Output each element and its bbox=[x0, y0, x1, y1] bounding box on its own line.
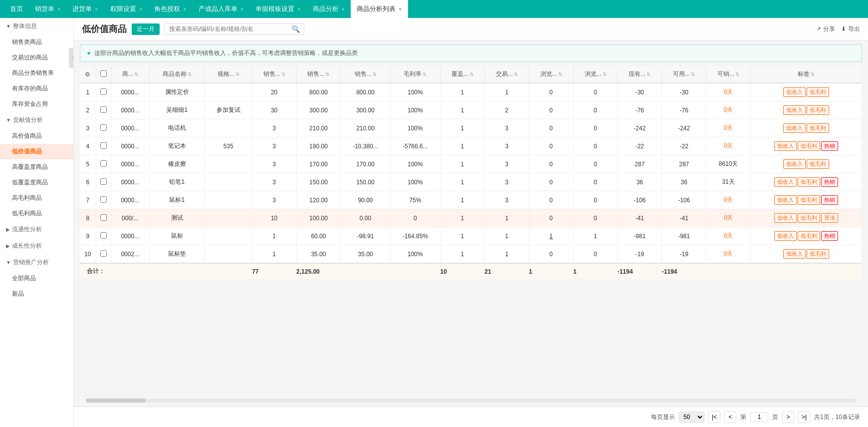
cell-checkbox[interactable] bbox=[96, 137, 111, 155]
cell-sale-amount: -98.91 bbox=[341, 227, 390, 245]
column-coverage[interactable]: 覆盖...⇅ bbox=[440, 66, 485, 83]
sidebar-item-high-profit[interactable]: 高毛利商品 bbox=[0, 190, 73, 206]
share-button[interactable]: ↗ 分享 bbox=[816, 25, 835, 33]
row-checkbox[interactable] bbox=[100, 106, 107, 113]
sidebar-section-growth[interactable]: ▶ 成长性分析 bbox=[0, 238, 73, 254]
nav-product-storage[interactable]: 产成品入库单 × bbox=[193, 0, 249, 18]
column-view1[interactable]: 浏览...⇅ bbox=[529, 66, 573, 83]
cell-checkbox[interactable] bbox=[96, 83, 111, 101]
sidebar-item-category-sales-rate[interactable]: 商品分类销售率 bbox=[0, 65, 73, 81]
cell-current-stock: -19 bbox=[618, 245, 662, 264]
sidebar-item-traded-goods[interactable]: 交易过的商品 bbox=[0, 50, 73, 65]
row-checkbox[interactable] bbox=[100, 142, 107, 149]
page-number-input[interactable] bbox=[750, 412, 768, 422]
nav-purchase-order[interactable]: 进货单 × bbox=[66, 0, 104, 18]
row-checkbox[interactable] bbox=[100, 160, 107, 167]
row-checkbox[interactable] bbox=[100, 196, 107, 203]
cell-current-stock: -981 bbox=[618, 227, 662, 245]
nav-template-setting[interactable]: 单据模板设置 × bbox=[249, 0, 306, 18]
column-code[interactable]: 商...⇅ bbox=[111, 66, 149, 83]
view-link[interactable]: 1 bbox=[549, 233, 553, 240]
cell-profit-rate: 100% bbox=[390, 155, 440, 173]
cell-checkbox[interactable] bbox=[96, 173, 111, 191]
cell-tags: 低收入低毛利 bbox=[751, 101, 862, 119]
search-icon[interactable]: 🔍 bbox=[291, 25, 300, 33]
cell-checkbox[interactable] bbox=[96, 119, 111, 137]
sidebar-section-contribution[interactable]: ▼ 贡献值分析 bbox=[0, 112, 73, 128]
column-view2[interactable]: 浏览...⇅ bbox=[573, 66, 618, 83]
row-checkbox[interactable] bbox=[100, 178, 107, 185]
search-input[interactable] bbox=[169, 25, 291, 32]
sidebar-item-sales-goods[interactable]: 销售类商品 bbox=[0, 34, 73, 50]
sidebar-item-stocked-goods[interactable]: 有库存的商品 bbox=[0, 81, 73, 96]
column-profit-rate[interactable]: 毛利率⇅ bbox=[390, 66, 440, 83]
column-name[interactable]: 商品名称⇅ bbox=[149, 66, 205, 83]
close-icon[interactable]: × bbox=[57, 6, 60, 12]
sidebar-item-high-coverage[interactable]: 高覆盖度商品 bbox=[0, 159, 73, 175]
column-checkbox[interactable] bbox=[96, 66, 111, 83]
cell-checkbox[interactable] bbox=[96, 227, 111, 245]
cell-checkbox[interactable] bbox=[96, 101, 111, 119]
column-tags[interactable]: 标签⇅ bbox=[751, 66, 862, 83]
cell-view2: 0 bbox=[573, 155, 618, 173]
prev-page-button[interactable]: < bbox=[724, 411, 736, 423]
close-icon[interactable]: × bbox=[342, 6, 345, 12]
first-page-button[interactable]: |< bbox=[708, 411, 720, 423]
row-checkbox[interactable] bbox=[100, 124, 107, 131]
column-sale-qty[interactable]: 销售...⇅ bbox=[252, 66, 296, 83]
cell-checkbox[interactable] bbox=[96, 191, 111, 209]
column-sale-price[interactable]: 销售...⇅ bbox=[296, 66, 341, 83]
horizontal-scrollbar[interactable] bbox=[86, 399, 856, 403]
cell-view2: 0 bbox=[573, 119, 618, 137]
select-all-checkbox[interactable] bbox=[100, 70, 107, 77]
row-checkbox[interactable] bbox=[100, 214, 107, 221]
cell-tags: 低收入低毛利 bbox=[751, 119, 862, 137]
close-icon[interactable]: × bbox=[95, 6, 98, 12]
close-icon[interactable]: × bbox=[297, 6, 300, 12]
filter-recent-month-button[interactable]: 近一月 bbox=[132, 23, 160, 35]
column-gear[interactable]: ⚙ bbox=[80, 66, 96, 83]
next-page-button[interactable]: > bbox=[782, 411, 794, 423]
page-size-select[interactable]: 50 100 200 bbox=[679, 412, 704, 423]
row-checkbox[interactable] bbox=[100, 250, 107, 257]
sidebar-collapse-button[interactable]: 《 bbox=[69, 48, 74, 68]
cell-no: 9 bbox=[80, 227, 96, 245]
sidebar-section-marketing[interactable]: ▼ 营销推广分析 bbox=[0, 254, 73, 271]
cell-checkbox[interactable] bbox=[96, 245, 111, 264]
cell-profit-rate: 100% bbox=[390, 83, 440, 101]
nav-sales-order[interactable]: 销货单 × bbox=[29, 0, 66, 18]
cell-checkbox[interactable] bbox=[96, 209, 111, 227]
column-trade[interactable]: 交易...⇅ bbox=[484, 66, 529, 83]
column-sale-amount[interactable]: 销售...⇅ bbox=[341, 66, 390, 83]
column-spec[interactable]: 规格...⇅ bbox=[205, 66, 252, 83]
nav-role-auth[interactable]: 角色授权 × bbox=[148, 0, 192, 18]
sidebar-item-new-goods[interactable]: 新品 bbox=[0, 286, 73, 302]
close-icon[interactable]: × bbox=[139, 6, 142, 12]
nav-permission-setting[interactable]: 权限设置 × bbox=[104, 0, 148, 18]
nav-product-analysis-list[interactable]: 商品分析列表 × bbox=[351, 0, 408, 18]
column-sellable-days[interactable]: 可销...⇅ bbox=[706, 66, 751, 83]
close-icon[interactable]: × bbox=[183, 6, 186, 12]
row-checkbox[interactable] bbox=[100, 88, 107, 95]
scrollbar-thumb[interactable] bbox=[86, 399, 146, 403]
cell-checkbox[interactable] bbox=[96, 155, 111, 173]
sidebar-item-low-coverage[interactable]: 低覆盖度商品 bbox=[0, 175, 73, 190]
sidebar-item-low-value[interactable]: 低价值商品 bbox=[0, 144, 73, 159]
sidebar-item-low-profit[interactable]: 低毛利商品 bbox=[0, 206, 73, 221]
close-icon[interactable]: × bbox=[240, 6, 243, 12]
sidebar-item-all-goods[interactable]: 全部商品 bbox=[0, 271, 73, 286]
column-avail-stock[interactable]: 可用...⇅ bbox=[662, 66, 706, 83]
nav-home[interactable]: 首页 bbox=[4, 0, 29, 18]
row-checkbox[interactable] bbox=[100, 232, 107, 239]
last-page-button[interactable]: >| bbox=[798, 411, 810, 423]
nav-product-analysis[interactable]: 商品分析 × bbox=[307, 0, 351, 18]
sidebar-section-overview[interactable]: ▼ 整体信息 bbox=[0, 18, 73, 34]
column-current-stock[interactable]: 现有...⇅ bbox=[618, 66, 662, 83]
close-icon[interactable]: × bbox=[399, 6, 402, 12]
sidebar-item-high-value[interactable]: 高价值商品 bbox=[0, 128, 73, 144]
export-button[interactable]: ⬇ 导出 bbox=[841, 25, 860, 33]
cell-tags: 低收入低毛利热销 bbox=[751, 227, 862, 245]
sidebar-item-inventory-capital[interactable]: 库存资金占用 bbox=[0, 96, 73, 112]
top-navigation: 首页 销货单 × 进货单 × 权限设置 × 角色授权 × 产成品入库单 × 单据… bbox=[0, 0, 868, 18]
sidebar-section-circulation[interactable]: ▶ 流通性分析 bbox=[0, 221, 73, 238]
